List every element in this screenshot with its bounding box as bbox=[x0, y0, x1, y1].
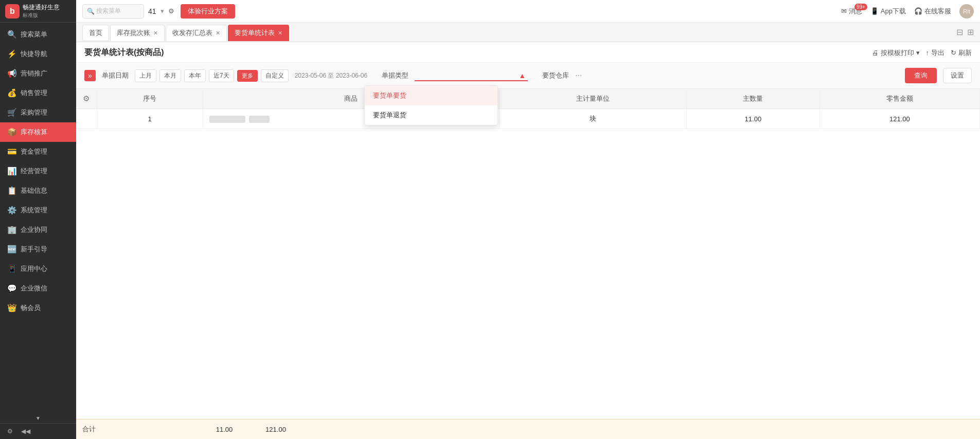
td-unit: 块 bbox=[500, 109, 687, 129]
industry-btn[interactable]: 体验行业方案 bbox=[181, 4, 235, 19]
messages-btn[interactable]: ✉ 消息 99+ bbox=[841, 7, 862, 16]
sidebar-label-shortcut: 快捷导航 bbox=[21, 49, 47, 59]
data-table: ⚙ 序号 商品 主计量单位 主数量 零售金额 1 bbox=[76, 89, 980, 129]
date-custom-btn[interactable]: 自定义 bbox=[261, 69, 289, 82]
online-service-label: 在线客服 bbox=[924, 7, 951, 16]
export-label: 导出 bbox=[931, 48, 945, 58]
sidebar-label-base: 基础信息 bbox=[21, 186, 47, 195]
th-gear[interactable]: ⚙ bbox=[76, 89, 97, 109]
sidebar-item-wechat[interactable]: 💬企业微信 bbox=[0, 279, 76, 298]
tab-recv-summary[interactable]: 收发存汇总表 ✕ bbox=[166, 25, 227, 41]
template-print-btn[interactable]: 🖨 按模板打印 ▾ bbox=[872, 48, 920, 58]
tab-inventory-batch[interactable]: 库存批次账 ✕ bbox=[110, 25, 165, 41]
query-btn[interactable]: 查询 bbox=[905, 68, 937, 83]
gear-settings-icon[interactable]: ⚙ bbox=[83, 94, 90, 103]
date-this-year[interactable]: 本年 bbox=[184, 69, 206, 82]
date-this-month[interactable]: 本月 bbox=[159, 69, 181, 82]
tab-recv-summary-label: 收发存汇总表 bbox=[172, 28, 212, 38]
online-service-btn[interactable]: 🎧 在线客服 bbox=[914, 7, 951, 16]
type-dropdown: 要货单要货 要货单退货 bbox=[364, 85, 498, 125]
sidebar-item-system[interactable]: ⚙️系统管理 bbox=[0, 200, 76, 220]
sidebar-item-finance[interactable]: 💳资金管理 bbox=[0, 142, 76, 161]
filter-expand-btn[interactable]: » bbox=[84, 70, 96, 81]
sidebar-item-search[interactable]: 🔍搜索菜单 bbox=[0, 25, 76, 44]
dropdown-item-order-goods[interactable]: 要货单要货 bbox=[365, 86, 497, 105]
tabs-right-actions: ⊟ ⊞ bbox=[956, 27, 974, 37]
sidebar-label-guide: 新手引导 bbox=[21, 245, 47, 254]
export-icon: ↑ bbox=[926, 49, 930, 57]
sidebar-label-wechat: 企业微信 bbox=[21, 284, 47, 293]
type-select-wrapper: ▲ bbox=[415, 70, 528, 81]
sidebar-item-member[interactable]: 👑畅会员 bbox=[0, 298, 76, 318]
sidebar-item-base[interactable]: 📋基础信息 bbox=[0, 181, 76, 200]
refresh-btn[interactable]: ↻ 刷新 bbox=[951, 48, 972, 58]
tab-expand-icon[interactable]: ⊞ bbox=[967, 27, 974, 37]
td-no: 1 bbox=[97, 109, 203, 129]
type-select-input[interactable] bbox=[415, 70, 528, 81]
type-label: 单据类型 bbox=[382, 71, 408, 80]
td-checkbox[interactable] bbox=[76, 109, 97, 129]
sidebar-item-guide[interactable]: 🆕新手引导 bbox=[0, 240, 76, 259]
footer-qty: 11.00 bbox=[199, 426, 250, 433]
tab-home[interactable]: 首页 bbox=[82, 25, 109, 41]
date-more-btn[interactable]: 更多 bbox=[237, 70, 258, 82]
sidebar-item-inventory[interactable]: 📦库存核算 bbox=[0, 122, 76, 142]
topbar-number: 41 bbox=[148, 7, 156, 15]
tab-inventory-batch-close[interactable]: ✕ bbox=[153, 30, 158, 36]
dropdown-item-order-return[interactable]: 要货单退货 bbox=[365, 105, 497, 125]
logo-sub: 标准版 bbox=[23, 12, 60, 19]
sidebar-label-search: 搜索菜单 bbox=[21, 30, 47, 39]
table-row: 1 块 11.00 121.00 bbox=[76, 109, 980, 129]
collapse-icon[interactable]: ◀◀ bbox=[21, 428, 30, 435]
search-icon: 🔍 bbox=[87, 8, 95, 15]
sidebar-label-appstore: 应用中心 bbox=[21, 264, 47, 273]
topbar-chevron-icon[interactable]: ▾ bbox=[161, 7, 164, 15]
search-placeholder: 搜索菜单 bbox=[96, 7, 121, 15]
sidebar-item-sales[interactable]: 💰销售管理 bbox=[0, 83, 76, 103]
avatar[interactable]: Rit bbox=[959, 4, 974, 19]
footer-label: 合计 bbox=[82, 425, 96, 434]
sidebar-scroll-down[interactable]: ▼ bbox=[0, 413, 76, 423]
sidebar-item-marketing[interactable]: 📢营销推广 bbox=[0, 64, 76, 83]
sidebar-label-system: 系统管理 bbox=[21, 206, 47, 215]
tab-recv-summary-close[interactable]: ✕ bbox=[216, 30, 220, 36]
export-btn[interactable]: ↑ 导出 bbox=[926, 48, 945, 58]
sidebar-item-purchase[interactable]: 🛒采购管理 bbox=[0, 103, 76, 122]
expand-icon: » bbox=[88, 71, 92, 80]
date-range-display: 2023-05-06 至 2023-06-06 bbox=[295, 71, 367, 80]
avatar-text: Rit bbox=[963, 8, 970, 14]
sidebar-item-operation[interactable]: 📊经营管理 bbox=[0, 161, 76, 181]
settings-icon[interactable]: ⚙ bbox=[7, 428, 13, 435]
topbar-gear-icon[interactable]: ⚙ bbox=[168, 7, 174, 15]
date-last-month[interactable]: 上月 bbox=[135, 69, 156, 82]
table-container: ⚙ 序号 商品 主计量单位 主数量 零售金额 1 bbox=[76, 89, 980, 419]
sidebar-item-appstore[interactable]: 📱应用中心 bbox=[0, 259, 76, 279]
search-bar[interactable]: 🔍 搜索菜单 bbox=[82, 4, 144, 19]
sidebar-label-member: 畅会员 bbox=[21, 303, 41, 313]
app-download-btn[interactable]: 📱 App下载 bbox=[870, 7, 906, 16]
refresh-icon: ↻ bbox=[951, 49, 956, 57]
tab-order-stat[interactable]: 要货单统计表 ✕ bbox=[228, 25, 289, 41]
print-icon: 🖨 bbox=[872, 49, 879, 57]
tab-minimize-icon[interactable]: ⊟ bbox=[956, 27, 963, 37]
warehouse-label: 要货仓库 bbox=[542, 71, 569, 80]
warehouse-dots-icon[interactable]: ··· bbox=[575, 71, 582, 80]
sidebar-label-operation: 经营管理 bbox=[21, 167, 47, 176]
product-blur-1 bbox=[209, 116, 245, 123]
tab-order-stat-close[interactable]: ✕ bbox=[278, 30, 282, 36]
sidebar-item-shortcut[interactable]: ⚡快捷导航 bbox=[0, 44, 76, 64]
table-footer: 合计 11.00 121.00 bbox=[76, 419, 980, 439]
table-header-row: ⚙ 序号 商品 主计量单位 主数量 零售金额 bbox=[76, 89, 980, 109]
filter-bar: » 单据日期 上月 本月 本年 近7天 更多 自定义 2023-05-06 至 … bbox=[76, 63, 980, 89]
page-header: 要货单统计表(按商品) 🖨 按模板打印 ▾ ↑ 导出 ↻ 刷新 bbox=[76, 42, 980, 63]
td-qty: 11.00 bbox=[687, 109, 820, 129]
date-last-7days[interactable]: 近7天 bbox=[209, 69, 234, 82]
sidebar-item-enterprise[interactable]: 🏢企业协同 bbox=[0, 220, 76, 240]
topbar: 🔍 搜索菜单 41 ▾ ⚙ 体验行业方案 ✉ 消息 99+ 📱 App下载 🎧 … bbox=[76, 0, 980, 23]
settings-btn[interactable]: 设置 bbox=[943, 68, 972, 83]
sidebar-icon-wechat: 💬 bbox=[7, 284, 16, 293]
th-no: 序号 bbox=[97, 89, 203, 109]
sidebar-logo: b 畅捷通好生意 标准版 bbox=[0, 0, 76, 23]
date-group: 上月 本月 本年 近7天 更多 自定义 bbox=[135, 69, 289, 82]
sidebar-icon-enterprise: 🏢 bbox=[7, 225, 16, 234]
